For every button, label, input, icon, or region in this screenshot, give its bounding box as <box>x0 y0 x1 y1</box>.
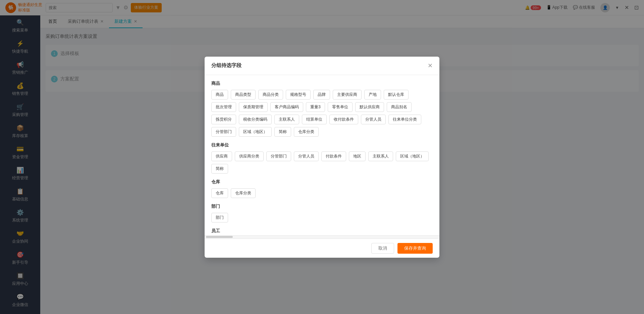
field-tag-0-7[interactable]: 默认仓库 <box>384 90 409 100</box>
field-tag-0-1[interactable]: 商品类型 <box>231 90 256 100</box>
field-tag-0-4[interactable]: 品牌 <box>313 90 330 100</box>
modal-header: 分组待选字段 ✕ <box>205 57 439 75</box>
modal-close-btn[interactable]: ✕ <box>428 62 433 69</box>
modal-overlay: 分组待选字段 ✕ 商品商品商品类型商品分类规格型号品牌主要供应商产地默认仓库批次… <box>0 0 644 101</box>
field-tag-0-5[interactable]: 主要供应商 <box>333 90 362 100</box>
field-tag-0-6[interactable]: 产地 <box>364 90 381 100</box>
field-tag-0-3[interactable]: 规格型号 <box>286 90 311 100</box>
modal-title: 分组待选字段 <box>211 62 241 69</box>
field-select-modal: 分组待选字段 ✕ 商品商品商品类型商品分类规格型号品牌主要供应商产地默认仓库批次… <box>205 57 439 102</box>
field-tag-0-2[interactable]: 商品分类 <box>258 90 283 100</box>
modal-body[interactable]: 商品商品商品类型商品分类规格型号品牌主要供应商产地默认仓库批次管理保质期管理客户… <box>205 75 439 102</box>
field-tag-0-0[interactable]: 商品 <box>211 90 228 100</box>
field-tags-0: 商品商品类型商品分类规格型号品牌主要供应商产地默认仓库批次管理保质期管理客户商品… <box>211 90 433 102</box>
field-section-0: 商品商品商品类型商品分类规格型号品牌主要供应商产地默认仓库批次管理保质期管理客户… <box>211 80 433 102</box>
field-section-title-0: 商品 <box>211 80 433 86</box>
